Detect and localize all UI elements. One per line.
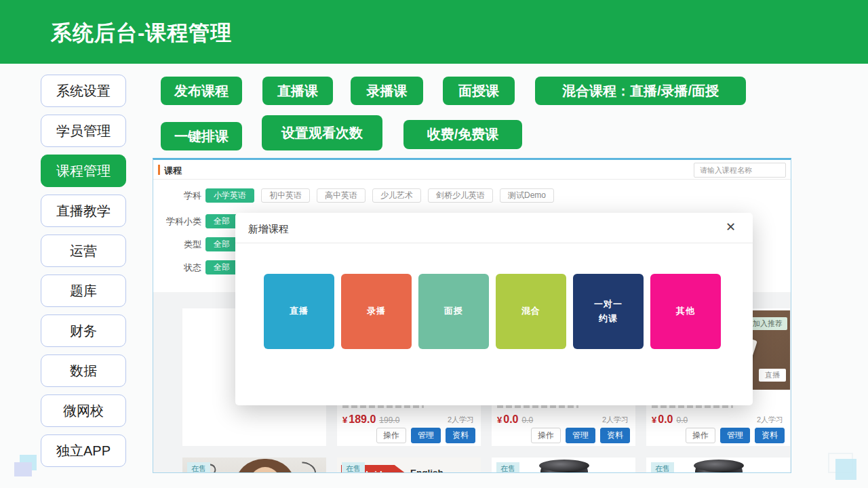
course-thumbnail[interactable]: 在售 [646, 458, 790, 473]
app-header: 系统后台-课程管理 [0, 0, 868, 64]
one-click-scheduling-button[interactable]: 一键排课 [161, 122, 242, 150]
course-original-price: 199.0 [379, 415, 399, 425]
students-count: 2人学习 [757, 415, 783, 425]
currency-symbol: ¥ [342, 415, 347, 425]
filter-chip-senior-english[interactable]: 高中英语 [317, 188, 366, 203]
filter-label: 类型 [153, 237, 201, 252]
offline-course-button[interactable]: 面授课 [443, 77, 515, 105]
sidebar-item-finance[interactable]: 财务 [41, 314, 126, 347]
mixed-course-button[interactable]: 混合课程：直播/录播/面授 [535, 77, 746, 105]
modal-title: 新增课程 [248, 223, 289, 236]
sidebar-item-question-bank[interactable]: 题库 [41, 274, 126, 307]
type-card-offline[interactable]: 面授 [418, 274, 489, 349]
sidebar-item-standalone-app[interactable]: 独立APP [41, 434, 126, 467]
manage-button[interactable]: 管理 [720, 428, 750, 443]
lens-product-image [695, 464, 743, 473]
sidebar-item-live-teaching[interactable]: 直播教学 [41, 195, 126, 227]
currency-symbol: ¥ [497, 415, 502, 425]
students-count: 2人学习 [602, 415, 629, 425]
lens-product-image [540, 464, 588, 473]
view-limit-button[interactable]: 设置观看次数 [262, 115, 382, 150]
course-price: 0.0 [503, 413, 518, 425]
material-button[interactable]: 资料 [755, 428, 785, 443]
sidebar-item-system-settings[interactable]: 系统设置 [41, 75, 126, 107]
filter-row-subject: 学科 小学英语 初中英语 高中英语 少儿艺术 剑桥少儿英语 测试Demo [153, 188, 791, 203]
filter-chip-test-demo[interactable]: 测试Demo [500, 188, 554, 203]
operate-button[interactable]: 操作 [376, 428, 406, 443]
course-price: 0.0 [658, 413, 673, 425]
add-course-modal: 新增课程 ✕ 直播 录播 面授 混合 一对一 约课 其他 [235, 213, 753, 405]
course-original-price: 0.0 [521, 415, 533, 425]
filter-chip-all-status[interactable]: 全部 [205, 260, 238, 274]
title-accent-bar [158, 165, 160, 175]
filter-label: 学科小类 [153, 214, 201, 229]
filter-chip-kids-art[interactable]: 少儿艺术 [372, 188, 421, 203]
course-search-input[interactable] [694, 163, 786, 178]
type-card-recorded[interactable]: 录播 [341, 274, 412, 349]
course-thumbnail[interactable]: Cambridge English Qualifications 在售 [337, 458, 481, 473]
course-original-price: 0.0 [676, 415, 688, 425]
course-thumbnail[interactable]: 在售 [182, 458, 326, 473]
filter-chip-primary-english[interactable]: 小学英语 [205, 188, 254, 203]
live-course-button[interactable]: 直播课 [262, 77, 333, 105]
filter-label: 学科 [153, 188, 201, 203]
course-price: 189.0 [349, 413, 376, 425]
operate-button[interactable]: 操作 [531, 428, 561, 443]
on-sale-badge: 在售 [342, 462, 365, 473]
sidebar-item-course-management[interactable]: 课程管理 [41, 155, 126, 187]
page-title: 系统后台-课程管理 [51, 19, 232, 47]
sidebar-item-micro-school[interactable]: 微网校 [41, 394, 126, 427]
on-sale-badge: 在售 [187, 462, 210, 473]
type-card-mixed[interactable]: 混合 [496, 274, 566, 349]
doodle-sketch [294, 459, 319, 473]
type-card-other[interactable]: 其他 [650, 274, 721, 349]
recommend-badge[interactable]: 加入推荐 [748, 317, 787, 330]
panel-title: 课程 [164, 165, 182, 177]
close-icon[interactable]: ✕ [726, 221, 736, 233]
on-sale-badge: 在售 [651, 462, 674, 473]
decor-square-cyan [835, 459, 856, 480]
material-button[interactable]: 资料 [600, 428, 630, 443]
manage-button[interactable]: 管理 [411, 428, 441, 443]
live-type-tag: 直播 [759, 369, 786, 382]
currency-symbol: ¥ [652, 415, 656, 425]
recorded-course-button[interactable]: 录播课 [351, 77, 423, 105]
filter-chip-junior-english[interactable]: 初中英语 [261, 188, 310, 203]
type-card-live[interactable]: 直播 [264, 274, 334, 349]
sidebar: 系统设置 学员管理 课程管理 直播教学 运营 题库 财务 数据 微网校 独立AP… [41, 75, 126, 467]
sidebar-item-data[interactable]: 数据 [41, 354, 126, 387]
course-type-cards: 直播 录播 面授 混合 一对一 约课 其他 [264, 274, 721, 349]
material-button[interactable]: 资料 [446, 428, 475, 443]
sidebar-item-operations[interactable]: 运营 [41, 235, 126, 267]
paid-free-course-button[interactable]: 收费/免费课 [403, 120, 522, 149]
course-thumbnail[interactable]: 在售 [492, 458, 635, 473]
filter-chip-cambridge-kids-english[interactable]: 剑桥少儿英语 [428, 188, 493, 203]
decor-square-lavender [14, 462, 32, 476]
filter-chip-all-type[interactable]: 全部 [205, 237, 238, 251]
filter-label: 状态 [153, 260, 201, 275]
panel-header: 课程 [153, 160, 791, 180]
cambridge-caption: English Qualifications [410, 468, 481, 473]
manage-button[interactable]: 管理 [566, 428, 595, 443]
on-sale-badge: 在售 [496, 462, 519, 473]
type-card-one-on-one[interactable]: 一对一 约课 [573, 274, 644, 349]
students-count: 2人学习 [448, 415, 474, 425]
modal-divider [235, 243, 753, 243]
filter-chip-all-subcategory[interactable]: 全部 [205, 214, 238, 228]
sidebar-item-student-management[interactable]: 学员管理 [41, 115, 126, 147]
publish-course-button[interactable]: 发布课程 [161, 77, 242, 105]
operate-button[interactable]: 操作 [686, 428, 715, 443]
